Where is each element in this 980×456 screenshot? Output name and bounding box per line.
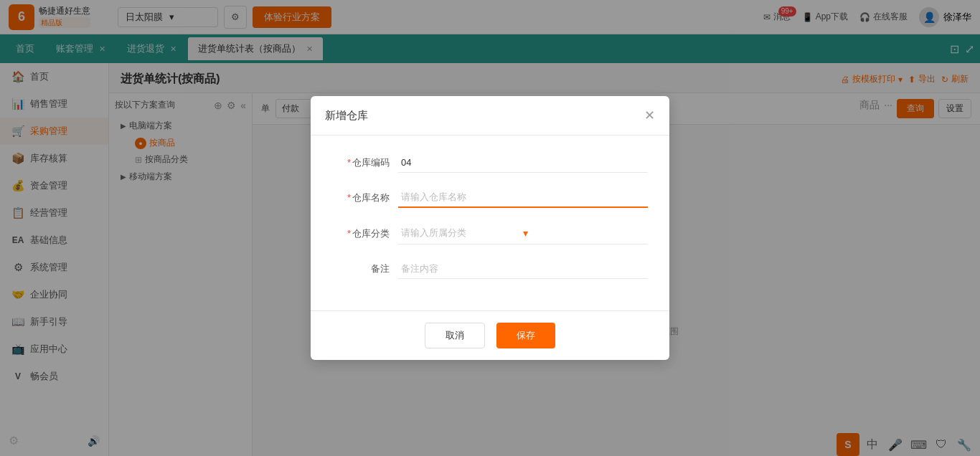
form-row-remark: 备注 <box>332 259 648 279</box>
cancel-button[interactable]: 取消 <box>425 323 485 348</box>
warehouse-name-input[interactable] <box>398 187 648 208</box>
remark-input[interactable] <box>398 259 648 279</box>
modal-overlay: 新增仓库 ✕ 仓库编码 仓库名称 仓库分类 请输入所属分类 ▾ <box>0 0 980 456</box>
modal-title: 新增仓库 <box>325 109 368 123</box>
form-row-code: 仓库编码 <box>332 153 648 173</box>
form-row-category: 仓库分类 请输入所属分类 ▾ <box>332 222 648 244</box>
modal-body: 仓库编码 仓库名称 仓库分类 请输入所属分类 ▾ 备注 <box>311 136 669 310</box>
remark-label: 备注 <box>332 262 390 275</box>
category-placeholder: 请输入所属分类 <box>401 227 523 239</box>
modal-close-button[interactable]: ✕ <box>644 108 655 123</box>
form-row-name: 仓库名称 <box>332 187 648 208</box>
new-warehouse-modal: 新增仓库 ✕ 仓库编码 仓库名称 仓库分类 请输入所属分类 ▾ <box>311 96 669 360</box>
save-button[interactable]: 保存 <box>496 323 555 348</box>
warehouse-code-input[interactable] <box>398 153 648 173</box>
modal-footer: 取消 保存 <box>311 310 669 360</box>
category-arrow-icon: ▾ <box>523 227 645 239</box>
name-label: 仓库名称 <box>332 191 390 204</box>
modal-header: 新增仓库 ✕ <box>311 96 669 136</box>
warehouse-category-select[interactable]: 请输入所属分类 ▾ <box>398 222 648 244</box>
code-label: 仓库编码 <box>332 156 390 169</box>
category-label: 仓库分类 <box>332 227 390 240</box>
